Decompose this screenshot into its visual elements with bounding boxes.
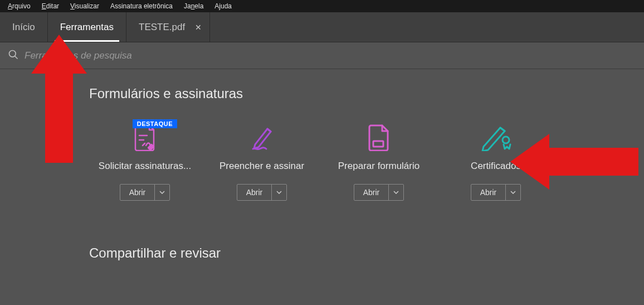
chevron-down-icon[interactable] (389, 185, 403, 200)
tool-label: Preparar formulário (323, 161, 435, 172)
svg-line-1 (15, 56, 18, 59)
tool-label: Preencher e assinar (206, 161, 318, 172)
search-input[interactable] (25, 50, 636, 61)
search-icon (8, 49, 19, 62)
content-area: Formulários e assinaturas DESTAQUE Solic… (0, 69, 644, 261)
open-button-group[interactable]: Abrir (237, 184, 287, 201)
section-title-forms: Formulários e assinaturas (89, 86, 644, 101)
menu-ajuda[interactable]: Ajuda (210, 1, 236, 11)
tab-home[interactable]: Início (0, 12, 48, 42)
svg-point-0 (9, 50, 16, 57)
svg-rect-2 (373, 141, 383, 147)
menu-arquivo[interactable]: Arquivo (3, 1, 35, 11)
chevron-down-icon[interactable] (506, 185, 520, 200)
menu-visualizar[interactable]: Visualizar (66, 1, 104, 11)
open-button[interactable]: Abrir (120, 185, 155, 200)
section-title-share: Compartilhar e revisar (89, 245, 644, 261)
searchbar (0, 42, 644, 69)
menu-editar[interactable]: Editar (37, 1, 64, 11)
open-button-group[interactable]: Abrir (354, 184, 404, 201)
close-icon[interactable]: ✕ (195, 23, 202, 32)
tab-tools[interactable]: Ferramentas (48, 12, 126, 42)
svg-point-3 (502, 137, 509, 143)
tab-file-label: TESTE.pdf (139, 22, 185, 33)
tab-home-label: Início (12, 22, 35, 33)
prepare-form-icon (323, 124, 435, 152)
tool-label: Solicitar assinaturas... (89, 161, 201, 172)
tools-row: DESTAQUE Solicitar assinaturas... Abrir (89, 124, 644, 201)
fill-sign-icon (206, 124, 318, 152)
open-button-group[interactable]: Abrir (120, 184, 170, 201)
tool-fill-and-sign[interactable]: Preencher e assinar Abrir (206, 124, 318, 201)
open-button-group[interactable]: Abrir (471, 184, 521, 201)
chevron-down-icon[interactable] (155, 185, 169, 200)
tabbar: Início Ferramentas TESTE.pdf ✕ (0, 12, 644, 42)
certificates-icon (440, 124, 552, 152)
tool-label: Certificados (440, 161, 552, 172)
chevron-down-icon[interactable] (272, 185, 286, 200)
badge-destaque: DESTAQUE (133, 119, 177, 128)
open-button[interactable]: Abrir (237, 185, 272, 200)
menu-janela[interactable]: Janela (179, 1, 208, 11)
tool-request-signatures[interactable]: DESTAQUE Solicitar assinaturas... Abrir (89, 124, 201, 201)
open-button[interactable]: Abrir (471, 185, 506, 200)
tool-certificates[interactable]: Certificados Abrir (440, 124, 552, 201)
tab-file[interactable]: TESTE.pdf ✕ (126, 12, 210, 42)
open-button[interactable]: Abrir (354, 185, 389, 200)
menu-assinatura[interactable]: Assinatura eletrônica (106, 1, 177, 11)
tab-tools-label: Ferramentas (60, 22, 114, 33)
tool-prepare-form[interactable]: Preparar formulário Abrir (323, 124, 435, 201)
menubar: Arquivo Editar Visualizar Assinatura ele… (0, 0, 644, 12)
